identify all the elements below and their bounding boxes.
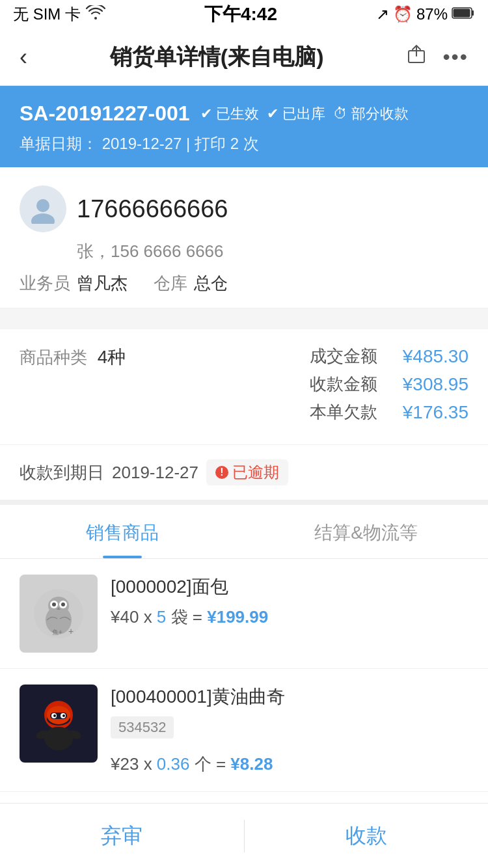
- customer-phone: 17666666666: [77, 195, 228, 223]
- svg-rect-1: [472, 10, 474, 16]
- category-label: 商品种类: [20, 347, 87, 367]
- svg-point-11: [52, 603, 56, 606]
- svg-point-12: [61, 603, 65, 606]
- salesperson-item: 业务员 曾凡杰: [20, 272, 128, 295]
- battery-text: 87%: [416, 5, 448, 23]
- debt-label: 本单欠款: [310, 401, 377, 424]
- carrier-text: 无 SIM 卡: [13, 4, 81, 25]
- tab-products[interactable]: 销售商品: [0, 505, 244, 558]
- amount-value: ¥485.30: [390, 346, 468, 367]
- wifi-icon: [86, 5, 105, 23]
- total-1: ¥199.99: [207, 607, 268, 627]
- back-button[interactable]: ‹: [20, 44, 27, 71]
- product-price-1: ¥40 x 5 袋 = ¥199.99: [111, 606, 468, 629]
- share-icon[interactable]: [406, 44, 427, 70]
- nav-bar: ‹ 销货单详情(来自电脑) •••: [0, 29, 488, 86]
- qty-2: 0.36: [157, 754, 190, 774]
- svg-text:鱼+: 鱼+: [52, 629, 62, 636]
- warehouse-item: 仓库 总仓: [154, 272, 228, 295]
- product-name-2: [000400001]黄油曲奇: [111, 685, 468, 709]
- svg-point-4: [36, 199, 49, 212]
- due-date-label: 收款到期日: [20, 461, 104, 484]
- status-shipped: ✔ 已出库: [267, 104, 325, 124]
- received-label: 收款金额: [310, 373, 377, 396]
- amount-label: 成交金额: [310, 345, 377, 368]
- cancel-button[interactable]: 弃审: [0, 804, 244, 868]
- product-info-2: [000400001]黄油曲奇 534532 ¥23 x 0.36 个 = ¥8…: [111, 685, 468, 776]
- tab-settlement-label: 结算&物流等: [314, 522, 418, 543]
- alarm-icon: ⏰: [393, 5, 413, 23]
- status-active: ✔ 已生效: [200, 104, 259, 124]
- qty-1: 5: [157, 607, 166, 627]
- product-item-2: [000400001]黄油曲奇 534532 ¥23 x 0.36 个 = ¥8…: [0, 669, 488, 792]
- product-thumbnail-1: + 鱼+: [20, 575, 98, 653]
- order-header: SA-20191227-001 ✔ 已生效 ✔ 已出库 ⏱ 部分收款 单据日期：…: [0, 86, 488, 167]
- order-date-row: 单据日期： 2019-12-27 | 打印 2 次: [20, 133, 468, 154]
- svg-point-23: [53, 714, 56, 717]
- unit-1: 袋: [171, 607, 188, 627]
- confirm-button[interactable]: 收款: [245, 804, 489, 868]
- status-tags: ✔ 已生效 ✔ 已出库 ⏱ 部分收款: [200, 104, 409, 124]
- svg-point-5: [31, 213, 55, 224]
- print-info: | 打印 2 次: [186, 135, 259, 152]
- svg-text:+: +: [68, 626, 74, 636]
- status-right-icons: ↗ ⏰ 87%: [376, 5, 475, 23]
- nav-actions: •••: [406, 44, 468, 70]
- product-sku-2: 534532: [111, 716, 174, 739]
- bottom-bar: 弃审 收款: [0, 803, 488, 868]
- amount-row: 成交金额 ¥485.30: [310, 345, 468, 368]
- status-partial: ⏱ 部分收款: [333, 104, 409, 124]
- product-info-1: [0000002]面包 ¥40 x 5 袋 = ¥199.99: [111, 575, 468, 629]
- product-price-2: ¥23 x 0.36 个 = ¥8.28: [111, 753, 468, 776]
- debt-value: ¥176.35: [390, 402, 468, 423]
- battery-icon: [452, 5, 475, 23]
- stats-right: 成交金额 ¥485.30 收款金额 ¥308.95 本单欠款 ¥176.35: [310, 345, 468, 429]
- customer-section: 17666666666 张，156 6666 6666 业务员 曾凡杰 仓库 总…: [0, 167, 488, 308]
- date-label: 单据日期：: [20, 135, 98, 152]
- stats-section: 商品种类 4种 成交金额 ¥485.30 收款金额 ¥308.95 本单欠款 ¥…: [0, 329, 488, 445]
- avatar: [20, 185, 66, 232]
- tab-products-label: 销售商品: [86, 522, 159, 543]
- overdue-text: 已逾期: [232, 462, 279, 483]
- overdue-icon: !: [215, 466, 228, 479]
- customer-meta: 业务员 曾凡杰 仓库 总仓: [20, 272, 468, 295]
- svg-point-25: [44, 727, 73, 750]
- status-carrier: 无 SIM 卡: [13, 4, 105, 25]
- status-bar: 无 SIM 卡 下午4:42 ↗ ⏰ 87%: [0, 0, 488, 29]
- more-icon[interactable]: •••: [442, 45, 468, 69]
- unit-2: 个: [195, 754, 211, 774]
- due-date-value: 2019-12-27: [112, 463, 198, 483]
- order-id: SA-20191227-001: [20, 102, 190, 126]
- product-thumbnail-2: [20, 685, 98, 763]
- salesperson-label: 业务员: [20, 272, 70, 295]
- status-time: 下午4:42: [204, 2, 277, 27]
- category-count: 4种: [98, 347, 126, 367]
- received-value: ¥308.95: [390, 374, 468, 395]
- stats-left: 商品种类 4种: [20, 345, 126, 370]
- product-name-1: [0000002]面包: [111, 575, 468, 599]
- received-row: 收款金额 ¥308.95: [310, 373, 468, 396]
- order-date: 2019-12-27: [102, 135, 182, 152]
- customer-contact: 张，156 6666 6666: [77, 240, 468, 263]
- svg-rect-2: [453, 9, 470, 18]
- overdue-badge: ! 已逾期: [206, 459, 288, 485]
- warehouse-label: 仓库: [154, 272, 187, 295]
- customer-top: 17666666666: [20, 185, 468, 232]
- nav-title: 销货单详情(来自电脑): [110, 42, 324, 72]
- warehouse-value: 总仓: [194, 272, 228, 295]
- tabs-bar: 销售商品 结算&物流等: [0, 505, 488, 559]
- tab-settlement[interactable]: 结算&物流等: [244, 505, 488, 558]
- location-icon: ↗: [376, 5, 389, 23]
- due-section: 收款到期日 2019-12-27 ! 已逾期: [0, 445, 488, 505]
- price-unit-1: ¥40: [111, 607, 139, 627]
- product-item: + 鱼+ [0000002]面包 ¥40 x 5 袋 = ¥199.99: [0, 559, 488, 669]
- section-divider: [0, 308, 488, 319]
- debt-row: 本单欠款 ¥176.35: [310, 401, 468, 424]
- salesperson-value: 曾凡杰: [77, 272, 128, 295]
- price-unit-2: ¥23: [111, 754, 139, 774]
- total-2: ¥8.28: [230, 754, 273, 774]
- svg-point-24: [62, 714, 65, 717]
